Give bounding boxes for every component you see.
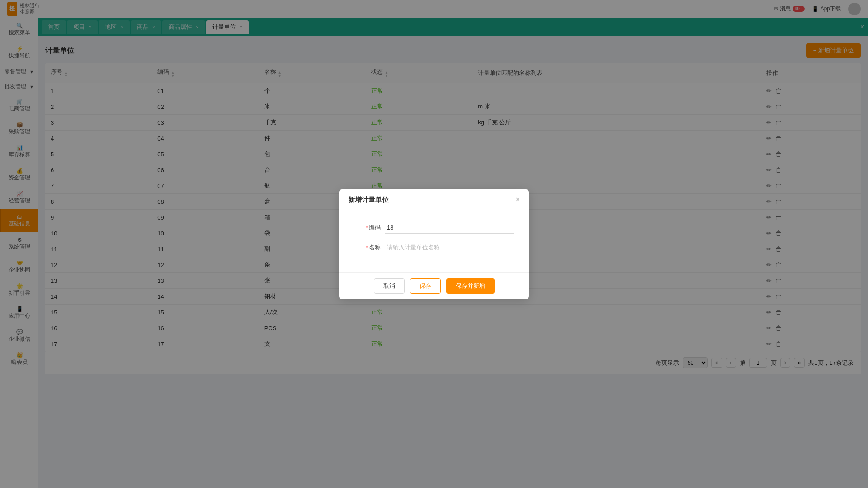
code-required-mark: * (366, 224, 368, 231)
save-button[interactable]: 保存 (410, 278, 441, 294)
modal-close-button[interactable]: × (516, 196, 520, 204)
name-label: *名称 (354, 244, 381, 252)
name-required-mark: * (366, 244, 368, 251)
cancel-button[interactable]: 取消 (374, 278, 405, 294)
add-unit-modal: 新增计量单位 × *编码 *名称 取消 保存 保存并新增 (339, 189, 529, 299)
modal-title: 新增计量单位 (348, 196, 389, 204)
name-input[interactable] (385, 242, 514, 253)
form-row-code: *编码 (354, 222, 514, 234)
form-row-name: *名称 (354, 242, 514, 253)
modal-footer: 取消 保存 保存并新增 (339, 272, 529, 299)
code-input[interactable] (385, 222, 514, 234)
modal-body: *编码 *名称 (339, 211, 529, 272)
code-label: *编码 (354, 224, 381, 232)
save-and-new-button[interactable]: 保存并新增 (446, 278, 495, 294)
modal-header: 新增计量单位 × (339, 189, 529, 211)
modal-overlay[interactable]: 新增计量单位 × *编码 *名称 取消 保存 保存并新增 (0, 0, 868, 488)
